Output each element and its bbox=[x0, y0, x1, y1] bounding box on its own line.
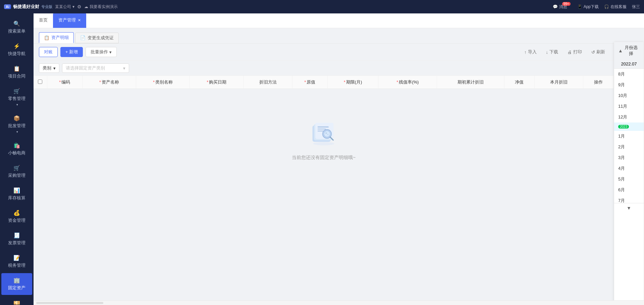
contract-icon: 📋 bbox=[13, 65, 20, 72]
empty-illustration bbox=[307, 116, 340, 149]
svg-rect-4 bbox=[318, 126, 329, 128]
cart-icon: 🛒 bbox=[13, 88, 20, 94]
main-layout: 🔍 搜索菜单 ⚡ 快捷导航 📋 项目合同 🛒 零售管理 ▾ 📦 批发管理 ▾ 🛍… bbox=[0, 13, 644, 305]
sidebar-item-search[interactable]: 🔍 搜索菜单 bbox=[1, 16, 32, 38]
tab-asset-label: 资产管理 bbox=[58, 17, 76, 23]
month-4[interactable]: 4月 bbox=[614, 163, 644, 174]
demo-link[interactable]: ☁ 我要看实例演示 bbox=[84, 4, 118, 10]
tab-close-icon[interactable]: ✕ bbox=[78, 18, 81, 22]
message-icon: 💬 bbox=[553, 4, 558, 9]
horizontal-scrollbar-thumb[interactable] bbox=[36, 302, 103, 304]
print-button[interactable]: 🖨 打印 bbox=[564, 47, 585, 57]
sub-tab-asset-detail-label: 资产明细 bbox=[51, 35, 69, 41]
content-main: 📋 资产明细 📄 变更生成凭证 对账 + 新增 批量操作 ▾ bbox=[34, 28, 614, 300]
month-7[interactable]: 7月 bbox=[614, 195, 644, 203]
month-9[interactable]: 9月 bbox=[614, 80, 644, 90]
sidebar-item-quick-nav[interactable]: ⚡ 快捷导航 bbox=[1, 39, 32, 61]
bottom-scrollbar bbox=[34, 300, 644, 305]
month-6[interactable]: 6月 bbox=[614, 185, 644, 195]
tax-icon: 📝 bbox=[13, 255, 20, 261]
message-badge: 99+ bbox=[562, 2, 571, 6]
sidebar-item-salary[interactable]: 💴 工资 bbox=[1, 296, 32, 305]
app-title: 畅捷通好业财 bbox=[13, 4, 39, 10]
category-placeholder: 请选择固定资产类别 bbox=[66, 65, 105, 71]
print-icon: 🖨 bbox=[568, 50, 572, 55]
month-8[interactable]: 8月 bbox=[614, 69, 644, 80]
current-period[interactable]: 2022.07 bbox=[614, 59, 644, 69]
download-icon: ↓ bbox=[546, 50, 548, 55]
sidebar-item-finance[interactable]: 💰 资金管理 bbox=[1, 206, 32, 227]
sidebar-label-fixed-assets: 固定资产 bbox=[8, 285, 25, 291]
batch-label: 批量操作 bbox=[91, 49, 108, 55]
company-selector[interactable]: 某某公司 ▾ bbox=[55, 4, 74, 10]
tab-home[interactable]: 首页 bbox=[34, 13, 53, 28]
lightning-icon: ⚡ bbox=[13, 43, 20, 49]
month-12[interactable]: 12月 bbox=[614, 112, 644, 122]
message-btn[interactable]: 💬 消息 99+ bbox=[553, 4, 567, 10]
sidebar-item-ecommerce[interactable]: 🛍️ 小畅电商 bbox=[1, 138, 32, 160]
month-5[interactable]: 5月 bbox=[614, 174, 644, 185]
ai-badge: Ai bbox=[4, 4, 11, 9]
month-nav-down[interactable]: ▼ bbox=[627, 205, 631, 211]
import-icon: ↑ bbox=[524, 50, 527, 55]
download-button[interactable]: ↓ 下载 bbox=[543, 47, 562, 57]
refresh-button[interactable]: ↺ 刷新 bbox=[588, 47, 608, 57]
tab-bar: 首页 资产管理 ✕ bbox=[34, 13, 644, 28]
import-label: 导入 bbox=[528, 49, 537, 55]
search-icon: 🔍 bbox=[13, 20, 20, 27]
sub-tab-change-voucher[interactable]: 📄 变更生成凭证 bbox=[75, 33, 119, 43]
empty-text: 当前您还没有固定资产明细哦~ bbox=[292, 155, 356, 161]
tab-asset-mgmt[interactable]: 资产管理 ✕ bbox=[53, 13, 86, 28]
category-filter[interactable]: 类别 ▾ bbox=[39, 63, 59, 73]
filter-bar: 类别 ▾ 请选择固定资产类别 ▾ bbox=[34, 61, 614, 76]
online-service-btn[interactable]: 🎧 在线客服 bbox=[604, 4, 627, 10]
filter-arrow-icon: ▾ bbox=[53, 66, 56, 71]
table-header-row: *编码 *资产名称 *类别名称 *购买日期 折旧方法 *原值 *期限(月) *残… bbox=[34, 76, 614, 89]
demo-text: 我要看实例演示 bbox=[90, 4, 118, 10]
headset-icon: 🎧 bbox=[604, 4, 609, 9]
user-menu[interactable]: 张三 bbox=[632, 4, 640, 10]
col-monthly-depreciation: 本月折旧 bbox=[535, 76, 583, 89]
top-bar-left: Ai 畅捷通好业财 专业版 某某公司 ▾ ⚙ ☁ 我要看实例演示 bbox=[4, 4, 118, 10]
month-11[interactable]: 11月 bbox=[614, 101, 644, 112]
sub-tab-asset-detail[interactable]: 📋 资产明细 bbox=[39, 32, 74, 43]
app-subtitle: 专业版 bbox=[41, 4, 52, 9]
app-download-btn[interactable]: 📱 App下载 bbox=[577, 4, 599, 10]
salary-icon: 💴 bbox=[13, 300, 20, 305]
settings-icon[interactable]: ⚙ bbox=[77, 4, 82, 9]
year-2023-label: 2023 bbox=[614, 122, 644, 131]
sidebar-label-purchase: 采购管理 bbox=[8, 172, 25, 179]
toolbar: 对账 + 新增 批量操作 ▾ ↑ 导入 ↓ 下载 bbox=[34, 44, 614, 61]
doc-icon: 📄 bbox=[80, 35, 86, 40]
sidebar-item-retail[interactable]: 🛒 零售管理 ▾ bbox=[1, 84, 32, 110]
col-purchase-date: *购买日期 bbox=[190, 76, 244, 89]
purchase-icon: 🛒 bbox=[13, 165, 20, 171]
month-picker-panel: ▲ 月份选择 2022.07 8月 9月 10月 11月 12月 2023 1月 bbox=[614, 42, 644, 300]
content-area: 首页 资产管理 ✕ 📋 资产明细 📄 变更生成凭证 bbox=[34, 13, 644, 305]
col-name: *资产名称 bbox=[82, 76, 136, 89]
month-nav-up[interactable]: ▲ bbox=[618, 48, 623, 53]
category-input[interactable]: 请选择固定资产类别 ▾ bbox=[62, 63, 129, 73]
month-10[interactable]: 10月 bbox=[614, 90, 644, 101]
sidebar-item-project[interactable]: 📋 项目合同 bbox=[1, 61, 32, 83]
month-3[interactable]: 3月 bbox=[614, 152, 644, 163]
box-icon: 📦 bbox=[13, 115, 20, 121]
duizhang-button[interactable]: 对账 bbox=[39, 47, 58, 57]
add-button[interactable]: + 新增 bbox=[60, 47, 83, 57]
refresh-label: 刷新 bbox=[596, 49, 605, 55]
toolbar-right: ↑ 导入 ↓ 下载 🖨 打印 ↺ 刷新 bbox=[521, 47, 608, 57]
month-2[interactable]: 2月 bbox=[614, 142, 644, 152]
sidebar-item-invoice[interactable]: 🧾 发票管理 bbox=[1, 228, 32, 250]
app-brand: Ai 畅捷通好业财 专业版 bbox=[4, 4, 52, 10]
sidebar-item-fixed-assets[interactable]: 🏢 固定资产 bbox=[1, 273, 32, 295]
sidebar-label-project: 项目合同 bbox=[8, 73, 25, 79]
month-1[interactable]: 1月 bbox=[614, 131, 644, 142]
batch-button[interactable]: 批量操作 ▾ bbox=[86, 47, 117, 57]
sidebar-item-inventory[interactable]: 📊 库存核算 bbox=[1, 183, 32, 205]
import-button[interactable]: ↑ 导入 bbox=[521, 47, 540, 57]
sidebar-item-purchase[interactable]: 🛒 采购管理 bbox=[1, 161, 32, 183]
select-all-checkbox[interactable] bbox=[38, 80, 42, 84]
sidebar-item-tax[interactable]: 📝 税务管理 bbox=[1, 251, 32, 272]
sidebar-item-wholesale[interactable]: 📦 批发管理 ▾ bbox=[1, 111, 32, 138]
dropdown-arrow-icon: ▾ bbox=[123, 66, 125, 71]
